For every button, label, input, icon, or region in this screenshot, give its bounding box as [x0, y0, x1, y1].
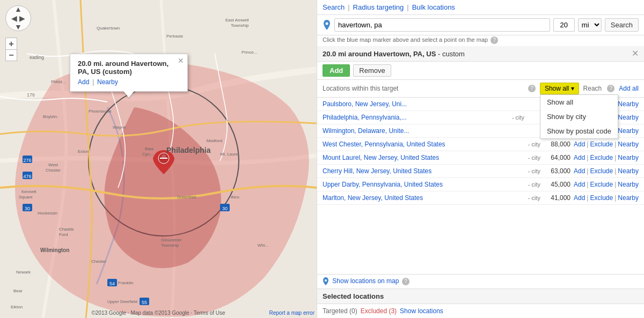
- location-tag: - city: [528, 168, 540, 174]
- svg-text:Chester: Chester: [91, 259, 106, 264]
- zoom-in-button[interactable]: +: [5, 38, 17, 49]
- location-actions: Add | Exclude | Nearby: [574, 140, 639, 148]
- reach-help-icon[interactable]: ?: [607, 85, 614, 92]
- map-nav[interactable]: ▲ ◀ ▶ ▼: [5, 5, 31, 31]
- svg-text:Chadds: Chadds: [59, 227, 74, 232]
- nav-search-link[interactable]: Search: [323, 3, 345, 11]
- action-row: Add Remove: [317, 62, 644, 80]
- show-locations-link[interactable]: Show locations: [400, 307, 443, 315]
- nav-bulk-link[interactable]: Bulk locations: [412, 3, 455, 11]
- location-tag: - city: [528, 181, 540, 188]
- location-name[interactable]: Wilmington, Delaware, Unite...: [323, 127, 537, 135]
- location-name[interactable]: Philadelphia, Pennsylvania,...: [323, 114, 509, 121]
- action-nearby[interactable]: Nearby: [618, 127, 639, 135]
- search-button[interactable]: Search: [605, 18, 639, 32]
- zoom-out-button[interactable]: −: [5, 49, 17, 61]
- popup-links: Add | Nearby: [78, 78, 180, 86]
- svg-text:176: 176: [27, 92, 35, 98]
- location-reach: 88,000: [544, 140, 570, 148]
- location-actions: Add | Exclude | Nearby: [574, 154, 639, 161]
- action-exclude[interactable]: Exclude: [590, 167, 613, 175]
- svg-text:East Amwell: East Amwell: [225, 18, 249, 23]
- popup-nearby-link[interactable]: Nearby: [97, 78, 118, 86]
- action-add[interactable]: Add: [574, 154, 585, 161]
- svg-text:Whi...: Whi...: [258, 243, 268, 248]
- action-add[interactable]: Add: [574, 167, 585, 175]
- svg-text:30: 30: [222, 206, 228, 211]
- add-button[interactable]: Add: [323, 64, 350, 77]
- svg-text:Newark: Newark: [16, 270, 31, 275]
- svg-text:Boylstn.: Boylstn.: [43, 114, 58, 119]
- result-title-sub: - custom: [438, 50, 465, 58]
- action-exclude[interactable]: Exclude: [590, 154, 613, 161]
- action-nearby[interactable]: Nearby: [618, 194, 639, 202]
- action-exclude[interactable]: Exclude: [590, 181, 613, 188]
- map-report-link[interactable]: Report a map error: [269, 310, 314, 316]
- panel-nav: Search | Radius targeting | Bulk locatio…: [317, 0, 644, 15]
- svg-text:Bear: Bear: [13, 289, 23, 293]
- action-nearby[interactable]: Nearby: [618, 140, 639, 148]
- locations-header: Locations within this target ? Show all …: [317, 80, 644, 98]
- location-name[interactable]: Paulsboro, New Jersey, Uni...: [323, 100, 537, 108]
- popup-close-button[interactable]: ✕: [178, 56, 184, 65]
- location-search-input[interactable]: [334, 18, 550, 32]
- dropdown-option-show-city[interactable]: Show by city: [540, 109, 618, 124]
- action-nearby[interactable]: Nearby: [618, 167, 639, 175]
- result-title-main: 20.0 mi around Havertown, PA, US: [323, 50, 436, 58]
- right-panel: Search | Radius targeting | Bulk locatio…: [317, 0, 644, 318]
- pan-control[interactable]: ▲ ◀ ▶ ▼: [5, 5, 31, 31]
- location-name[interactable]: Marlton, New Jersey, United States: [323, 194, 525, 202]
- location-name[interactable]: Cherry Hill, New Jersey, United States: [323, 167, 525, 175]
- action-nearby[interactable]: Nearby: [618, 100, 639, 108]
- nav-radius-link[interactable]: Radius targeting: [353, 3, 404, 11]
- action-add[interactable]: Add: [574, 140, 585, 148]
- svg-text:Perkasie: Perkasie: [166, 34, 184, 39]
- result-header: 20.0 mi around Havertown, PA, US - custo…: [317, 46, 644, 62]
- search-row: mi km Search: [317, 15, 644, 35]
- hint-help-icon[interactable]: ?: [491, 36, 498, 44]
- popup-separator: |: [92, 78, 96, 86]
- excluded-count: 3: [391, 307, 394, 315]
- radius-input[interactable]: [553, 18, 575, 32]
- zoom-controls[interactable]: + −: [5, 38, 17, 61]
- dropdown-menu: Show all Show by city Show by postal cod…: [540, 94, 618, 139]
- svg-text:Prince...: Prince...: [241, 50, 257, 55]
- svg-text:eading: eading: [30, 55, 44, 60]
- remove-button[interactable]: Remove: [353, 64, 391, 77]
- action-nearby[interactable]: Nearby: [618, 114, 639, 121]
- location-reach: 41,000: [544, 194, 570, 202]
- location-tag: - city: [528, 141, 540, 147]
- add-all-link[interactable]: Add all: [619, 85, 639, 92]
- map-pin-small-icon: [323, 277, 329, 286]
- unit-select[interactable]: mi km: [578, 18, 602, 32]
- selected-locations-footer: Targeted (0) Excluded (3) Show locations: [317, 304, 644, 318]
- location-name[interactable]: Upper Darby, Pennsylvania, United States: [323, 181, 525, 188]
- result-close-button[interactable]: ✕: [632, 49, 639, 58]
- action-add[interactable]: Add: [574, 181, 585, 188]
- targeted-label: Targeted (0): [323, 307, 357, 315]
- list-item: Marlton, New Jersey, United States - cit…: [317, 191, 644, 205]
- locations-help-icon[interactable]: ?: [528, 85, 536, 92]
- location-pin-icon: [323, 19, 331, 31]
- dropdown-option-show-postal[interactable]: Show by postal code: [540, 124, 618, 138]
- svg-text:Township: Township: [161, 243, 179, 248]
- svg-text:55: 55: [142, 300, 147, 305]
- svg-text:Atco: Atco: [231, 195, 240, 199]
- action-nearby[interactable]: Nearby: [618, 181, 639, 188]
- location-name[interactable]: West Chester, Pennsylvania, United State…: [323, 140, 525, 148]
- action-add[interactable]: Add: [574, 194, 585, 202]
- action-nearby[interactable]: Nearby: [618, 154, 639, 161]
- action-exclude[interactable]: Exclude: [590, 194, 613, 202]
- svg-text:Hockessin: Hockessin: [38, 211, 57, 216]
- popup-add-link[interactable]: Add: [78, 78, 89, 86]
- show-on-map-help-icon[interactable]: ?: [402, 278, 409, 285]
- svg-text:Quakertown: Quakertown: [97, 26, 120, 31]
- show-all-dropdown-button[interactable]: Show all ▾: [540, 83, 579, 94]
- map-popup: ✕ 20.0 mi. around Havertown, PA, US (cus…: [70, 54, 188, 92]
- show-on-map-row[interactable]: Show locations on map ?: [317, 275, 644, 289]
- svg-text:Phoenixville: Phoenixville: [89, 109, 112, 114]
- action-exclude[interactable]: Exclude: [590, 140, 613, 148]
- dropdown-option-show-all[interactable]: Show all: [540, 95, 618, 109]
- location-name[interactable]: Mount Laurel, New Jersey, United States: [323, 154, 525, 161]
- svg-text:Township: Township: [231, 23, 249, 28]
